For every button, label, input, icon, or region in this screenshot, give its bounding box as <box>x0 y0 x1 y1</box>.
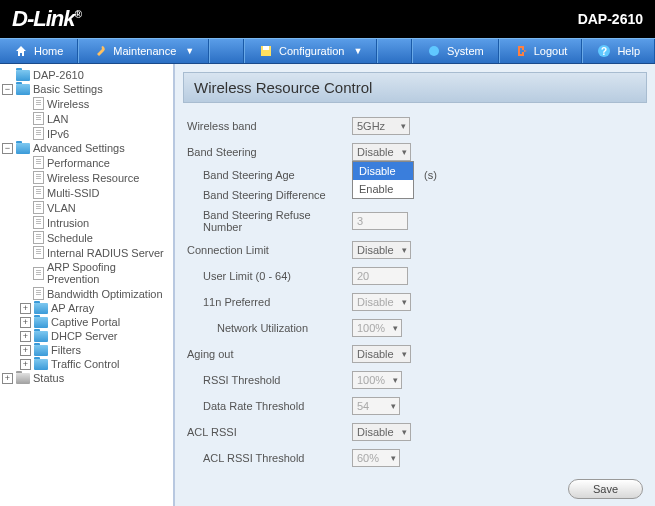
tree-multi-ssid[interactable]: Multi-SSID <box>2 185 171 200</box>
tree-traffic[interactable]: +Traffic Control <box>2 357 171 371</box>
conn-limit-select[interactable]: Disable <box>352 241 411 259</box>
menu-configuration-label: Configuration <box>279 45 344 57</box>
user-limit-label: User Limit (0 - 64) <box>187 270 352 282</box>
expand-icon[interactable]: + <box>20 303 31 314</box>
acl-rssi-thr-label: ACL RSSI Threshold <box>187 452 352 464</box>
folder-icon <box>16 70 30 81</box>
chevron-down-icon: ▼ <box>185 46 194 56</box>
menu-help[interactable]: ? Help <box>582 39 655 63</box>
tree-performance[interactable]: Performance <box>2 155 171 170</box>
tree-vlan[interactable]: VLAN <box>2 200 171 215</box>
folder-icon <box>16 373 30 384</box>
data-rate-label: Data Rate Threshold <box>187 400 352 412</box>
wireless-band-label: Wireless band <box>187 120 352 132</box>
chevron-down-icon: ▼ <box>353 46 362 56</box>
menu-help-label: Help <box>617 45 640 57</box>
doc-icon <box>33 216 44 229</box>
tree-wireless-resource[interactable]: Wireless Resource <box>2 170 171 185</box>
bs-diff-label: Band Steering Difference <box>187 189 352 201</box>
rssi-thr-select[interactable]: 100% <box>352 371 402 389</box>
folder-icon <box>34 303 48 314</box>
collapse-icon[interactable]: − <box>2 143 13 154</box>
menu-home[interactable]: Home <box>0 39 78 63</box>
tree-dhcp[interactable]: +DHCP Server <box>2 329 171 343</box>
logo: D-Link® <box>12 6 81 32</box>
svg-rect-1 <box>263 46 269 50</box>
collapse-icon[interactable]: − <box>2 84 13 95</box>
net-util-select[interactable]: 100% <box>352 319 402 337</box>
menu-system-label: System <box>447 45 484 57</box>
tree-arp[interactable]: ARP Spoofing Prevention <box>2 260 171 286</box>
wrench-icon <box>93 44 107 58</box>
doc-icon <box>33 267 44 280</box>
tree-filters[interactable]: +Filters <box>2 343 171 357</box>
svg-text:?: ? <box>601 46 607 57</box>
net-util-label: Network Utilization <box>187 322 352 334</box>
user-limit-input[interactable] <box>352 267 408 285</box>
bs-refuse-input[interactable] <box>352 212 408 230</box>
rssi-thr-label: RSSI Threshold <box>187 374 352 386</box>
doc-icon <box>33 186 44 199</box>
data-rate-select[interactable]: 54 <box>352 397 400 415</box>
doc-icon <box>33 112 44 125</box>
sidebar-tree: DAP-2610 −Basic Settings Wireless LAN IP… <box>0 64 175 506</box>
menu-logout[interactable]: Logout <box>499 39 583 63</box>
11n-select[interactable]: Disable <box>352 293 411 311</box>
conn-limit-label: Connection Limit <box>187 244 352 256</box>
band-steering-select[interactable]: Disable <box>352 143 411 161</box>
save-icon <box>259 44 273 58</box>
menu-system[interactable]: System <box>412 39 499 63</box>
expand-icon[interactable]: + <box>20 345 31 356</box>
wireless-band-select[interactable]: 5GHz <box>352 117 410 135</box>
menu-configuration[interactable]: Configuration ▼ <box>244 39 377 63</box>
bs-age-suffix: (s) <box>424 169 437 181</box>
dropdown-option-enable[interactable]: Enable <box>353 180 413 198</box>
save-button[interactable]: Save <box>568 479 643 499</box>
folder-icon <box>34 317 48 328</box>
doc-icon <box>33 97 44 110</box>
tree-ipv6[interactable]: IPv6 <box>2 126 171 141</box>
tree-advanced-settings[interactable]: −Advanced Settings <box>2 141 171 155</box>
expand-icon[interactable]: + <box>20 359 31 370</box>
aging-label: Aging out <box>187 348 352 360</box>
folder-icon <box>16 84 30 95</box>
doc-icon <box>33 201 44 214</box>
menu-maintenance-label: Maintenance <box>113 45 176 57</box>
expand-icon[interactable]: + <box>2 373 13 384</box>
tree-basic-settings[interactable]: −Basic Settings <box>2 82 171 96</box>
acl-rssi-thr-select[interactable]: 60% <box>352 449 400 467</box>
menubar-spacer <box>209 39 244 63</box>
doc-icon <box>33 127 44 140</box>
doc-icon <box>33 171 44 184</box>
doc-icon <box>33 231 44 244</box>
dropdown-option-disable[interactable]: Disable <box>353 162 413 180</box>
band-steering-label: Band Steering <box>187 146 352 158</box>
tree-bandwidth[interactable]: Bandwidth Optimization <box>2 286 171 301</box>
tree-lan[interactable]: LAN <box>2 111 171 126</box>
tree-root[interactable]: DAP-2610 <box>2 68 171 82</box>
svg-point-2 <box>429 46 439 56</box>
menu-logout-label: Logout <box>534 45 568 57</box>
acl-rssi-select[interactable]: Disable <box>352 423 411 441</box>
aging-select[interactable]: Disable <box>352 345 411 363</box>
tree-intrusion[interactable]: Intrusion <box>2 215 171 230</box>
tree-ap-array[interactable]: +AP Array <box>2 301 171 315</box>
tree-wireless[interactable]: Wireless <box>2 96 171 111</box>
system-icon <box>427 44 441 58</box>
home-icon <box>14 44 28 58</box>
header-bar: D-Link® DAP-2610 <box>0 0 655 38</box>
model-label: DAP-2610 <box>578 11 643 27</box>
doc-icon <box>33 246 44 259</box>
doc-icon <box>33 287 44 300</box>
expand-icon[interactable]: + <box>20 317 31 328</box>
bs-refuse-label: Band Steering Refuse Number <box>187 209 352 233</box>
menu-maintenance[interactable]: Maintenance ▼ <box>78 39 209 63</box>
tree-schedule[interactable]: Schedule <box>2 230 171 245</box>
bs-age-label: Band Steering Age <box>187 169 352 181</box>
tree-status[interactable]: +Status <box>2 371 171 385</box>
folder-icon <box>34 345 48 356</box>
help-icon: ? <box>597 44 611 58</box>
tree-captive[interactable]: +Captive Portal <box>2 315 171 329</box>
tree-radius[interactable]: Internal RADIUS Server <box>2 245 171 260</box>
expand-icon[interactable]: + <box>20 331 31 342</box>
